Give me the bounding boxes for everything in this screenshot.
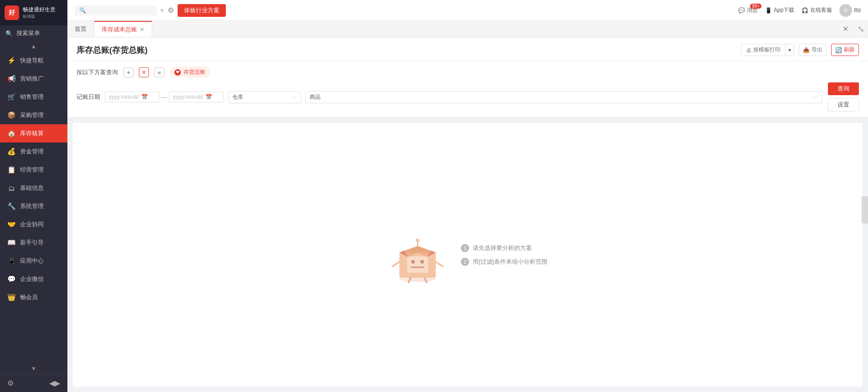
query-btn[interactable]: 查询 — [828, 82, 859, 95]
page-title: 库存总账(存货总账) — [77, 45, 148, 56]
print-dropdown-arrow[interactable]: ▾ — [786, 45, 794, 55]
product-label: 商品 — [310, 93, 321, 101]
sidebar-item-inventory[interactable]: 🏠 库存核算 — [0, 124, 67, 143]
message-btn[interactable]: 💬 消息 99+ — [738, 6, 758, 14]
print-btn[interactable]: 🖨 按模板打印 — [741, 44, 786, 56]
collapse-icon[interactable]: ◀▶ — [49, 379, 60, 387]
sidebar-item-purchase[interactable]: 📦 采购管理 — [0, 106, 67, 124]
scheme-name: 存货总账 — [184, 68, 205, 76]
filter-area: 按以下方案查询 + ✕ « ❤ 存货总账 记账日期 yyyy-mm-dd 📅 — [67, 61, 868, 117]
svg-point-3 — [411, 260, 415, 264]
close-all-tabs-btn[interactable]: ✕ — [837, 25, 854, 33]
export-btn[interactable]: 📤 导出 — [799, 44, 827, 56]
tab-inventory-cost-label: 库存成本总账 — [102, 25, 137, 34]
empty-state: 1 请先选择要分析的方案 2 用[过滤]条件来缩小分析范围 — [73, 123, 863, 387]
inventory-icon: 🏠 — [7, 129, 15, 137]
scroll-down-btn[interactable]: ▼ — [0, 363, 67, 374]
date-end-input[interactable]: yyyy-mm-dd 📅 — [169, 92, 224, 102]
collapse-filter-btn[interactable]: « — [154, 67, 164, 77]
sidebar-search[interactable]: 🔍 搜索菜单 — [0, 25, 67, 41]
sidebar-item-label: 经营管理 — [20, 166, 44, 174]
content-area: 库存总账(存货总账) 🖨 按模板打印 ▾ 📤 导出 🔄 刷新 — [67, 37, 868, 392]
basic-info-icon: 🗂 — [7, 184, 15, 192]
date-start-input[interactable]: yyyy-mm-dd 📅 — [105, 92, 159, 102]
tab-home[interactable]: 首页 — [67, 21, 94, 37]
wechat-icon: 💬 — [7, 275, 15, 283]
membership-icon: 👑 — [7, 293, 15, 301]
online-support-label: 在线客服 — [810, 6, 832, 14]
svg-point-7 — [416, 239, 419, 242]
chevron-down-icon[interactable]: ▾ — [160, 6, 164, 15]
settings-icon[interactable]: ⚙ — [7, 379, 14, 387]
sidebar-item-label: 销售管理 — [20, 93, 44, 101]
online-support-btn[interactable]: 🎧 在线客服 — [802, 6, 832, 14]
sidebar: 好 畅捷通好生意 标准版 🔍 搜索菜单 ▲ ⚡ 快捷导航 📢 营销推广 🛒 销售… — [0, 0, 67, 392]
date-separator: — — [161, 94, 167, 101]
sidebar-item-quick-nav[interactable]: ⚡ 快捷导航 — [0, 51, 67, 70]
main-area: 🔍 ▾ ⚙ 体验行业方案 💬 消息 99+ 📱 App下载 🎧 在线客服 R R… — [67, 0, 868, 392]
search-icon: 🔍 — [5, 30, 13, 37]
right-panel-indicator[interactable] — [862, 196, 868, 224]
sidebar-item-wechat[interactable]: 💬 企业微信 — [0, 270, 67, 288]
sidebar-item-app-center[interactable]: 📱 应用中心 — [0, 252, 67, 270]
sidebar-item-membership[interactable]: 👑 畅会员 — [0, 288, 67, 306]
add-filter-btn[interactable]: + — [123, 67, 133, 77]
avatar: R — [839, 4, 852, 17]
user-area[interactable]: R Rit — [839, 4, 861, 17]
sidebar-item-marketing[interactable]: 📢 营销推广 — [0, 70, 67, 88]
warehouse-select[interactable]: 仓库 ··· — [228, 91, 301, 103]
page-actions: 🖨 按模板打印 ▾ 📤 导出 🔄 刷新 — [741, 44, 859, 56]
svg-line-9 — [436, 262, 443, 266]
sidebar-item-operations[interactable]: 📋 经营管理 — [0, 161, 67, 179]
delete-filter-btn[interactable]: ✕ — [139, 67, 149, 77]
calendar-end-icon[interactable]: 📅 — [205, 94, 212, 100]
warehouse-label: 仓库 — [232, 93, 243, 101]
sidebar-item-newbie[interactable]: 📖 新手引导 — [0, 234, 67, 252]
sales-icon: 🛒 — [7, 93, 15, 101]
sidebar-item-basic-info[interactable]: 🗂 基础信息 — [0, 179, 67, 197]
sidebar-item-sales[interactable]: 🛒 销售管理 — [0, 88, 67, 106]
finance-icon: 💰 — [7, 148, 15, 156]
date-label: 记账日期 — [77, 93, 100, 101]
tab-inventory-cost[interactable]: 库存成本总账 ✕ — [94, 21, 152, 37]
sidebar-item-label: 企业微信 — [20, 275, 44, 283]
message-icon: 💬 — [738, 7, 745, 14]
refresh-btn[interactable]: 🔄 刷新 — [831, 44, 859, 56]
product-dots-icon: ··· — [813, 93, 818, 101]
scroll-up-btn[interactable]: ▲ — [0, 41, 67, 51]
operations-icon: 📋 — [7, 166, 15, 174]
sidebar-item-cooperation[interactable]: 🤝 企业协同 — [0, 215, 67, 234]
newbie-icon: 📖 — [7, 239, 15, 247]
calendar-start-icon[interactable]: 📅 — [141, 94, 148, 100]
expand-icon[interactable]: ⤡ — [854, 24, 868, 34]
svg-rect-5 — [411, 266, 424, 268]
industry-btn[interactable]: 体验行业方案 — [178, 4, 226, 17]
settings-btn[interactable]: 设置 — [828, 98, 859, 112]
topbar-right: 💬 消息 99+ 📱 App下载 🎧 在线客服 R Rit — [738, 4, 861, 17]
empty-tips: 1 请先选择要分析的方案 2 用[过滤]条件来缩小分析范围 — [461, 244, 547, 266]
app-name: 畅捷通好生意 — [23, 6, 56, 14]
filter-action-btns: 查询 设置 — [828, 82, 859, 112]
marketing-icon: 📢 — [7, 75, 15, 83]
sidebar-item-system[interactable]: 🔧 系统管理 — [0, 197, 67, 215]
sidebar-item-label: 采购管理 — [20, 111, 44, 119]
svg-rect-2 — [407, 256, 428, 273]
product-select[interactable]: 商品 ··· — [306, 91, 822, 103]
gear-icon[interactable]: ⚙ — [168, 6, 174, 15]
print-btn-group: 🖨 按模板打印 ▾ — [741, 44, 794, 56]
app-download-btn[interactable]: 📱 App下载 — [765, 6, 794, 14]
date-end-placeholder: yyyy-mm-dd — [173, 94, 203, 100]
empty-tip-1: 1 请先选择要分析的方案 — [461, 244, 547, 252]
sidebar-item-label: 畅会员 — [20, 293, 38, 301]
svg-line-8 — [393, 262, 399, 266]
tab-home-label: 首页 — [75, 25, 87, 33]
filter-scheme-item[interactable]: ❤ 存货总账 — [170, 66, 210, 78]
filter-by-scheme-label: 按以下方案查询 — [77, 68, 118, 76]
sidebar-item-finance[interactable]: 💰 资金管理 — [0, 143, 67, 161]
export-icon: 📤 — [803, 47, 810, 53]
tip-text-1: 请先选择要分析的方案 — [473, 244, 532, 252]
sidebar-item-label: 企业协同 — [20, 220, 44, 229]
topbar-search-box[interactable]: 🔍 — [75, 5, 157, 15]
sidebar-item-label: 基础信息 — [20, 184, 44, 192]
tab-close-btn[interactable]: ✕ — [140, 26, 144, 33]
